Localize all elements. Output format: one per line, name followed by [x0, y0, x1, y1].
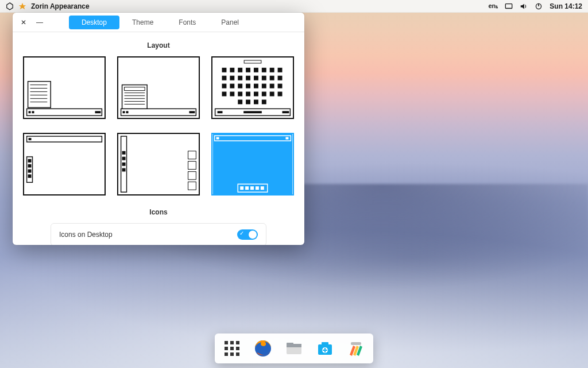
zorin-menu-icon[interactable]: [6, 2, 14, 10]
dock: [215, 334, 373, 363]
svg-rect-72: [28, 169, 32, 172]
svg-rect-6: [32, 111, 34, 113]
svg-rect-59: [238, 99, 242, 104]
icons-on-desktop-toggle[interactable]: [237, 229, 258, 240]
svg-rect-86: [285, 137, 288, 139]
svg-rect-37: [238, 76, 242, 80]
icons-on-desktop-row: Icons on Desktop: [51, 223, 266, 245]
svg-rect-88: [240, 186, 243, 190]
svg-rect-36: [230, 76, 234, 80]
section-heading-layout: Layout: [22, 41, 295, 49]
screen-icon[interactable]: [505, 2, 513, 10]
svg-rect-51: [222, 91, 227, 96]
svg-rect-97: [230, 347, 234, 350]
svg-rect-34: [278, 68, 283, 72]
svg-rect-30: [246, 68, 250, 72]
tab-label: Theme: [132, 18, 153, 26]
svg-rect-57: [270, 91, 274, 96]
svg-rect-76: [122, 157, 126, 160]
svg-rect-27: [222, 68, 227, 72]
tab-label: Fonts: [179, 18, 196, 26]
software-icon[interactable]: [314, 337, 336, 360]
svg-rect-68: [29, 138, 32, 140]
svg-rect-54: [246, 91, 250, 96]
layout-option-2[interactable]: [117, 56, 200, 119]
icons-on-desktop-label: Icons on Desktop: [59, 231, 113, 239]
svg-rect-45: [238, 84, 242, 89]
svg-rect-44: [230, 84, 234, 89]
minimize-button[interactable]: —: [33, 16, 46, 29]
clock[interactable]: Sun 14:12: [550, 2, 582, 10]
svg-rect-49: [270, 84, 274, 89]
svg-marker-0: [7, 2, 13, 9]
svg-rect-107: [322, 342, 328, 346]
tab-theme[interactable]: Theme: [119, 16, 166, 29]
keyboard-lang[interactable]: en₁: [488, 2, 498, 10]
window-content[interactable]: Layout: [13, 32, 304, 245]
svg-rect-60: [246, 99, 250, 104]
tab-label: Desktop: [82, 18, 107, 26]
top-panel: Zorin Appearance en₁ Sun 14:12: [0, 0, 588, 13]
svg-rect-71: [28, 164, 32, 168]
svg-rect-43: [222, 84, 227, 89]
svg-rect-18: [189, 111, 195, 113]
tab-panel[interactable]: Panel: [208, 16, 252, 29]
svg-rect-58: [278, 91, 283, 96]
svg-rect-46: [246, 84, 250, 89]
svg-rect-17: [126, 111, 129, 113]
svg-rect-101: [236, 352, 239, 356]
layout-option-1[interactable]: [23, 56, 106, 119]
svg-rect-100: [230, 352, 234, 356]
svg-rect-83: [213, 134, 293, 194]
svg-rect-39: [254, 76, 258, 80]
layout-option-3[interactable]: [211, 56, 294, 119]
close-button[interactable]: ✕: [17, 16, 30, 29]
svg-rect-79: [188, 151, 196, 159]
svg-rect-92: [261, 186, 264, 190]
layout-option-4[interactable]: [23, 133, 106, 195]
svg-rect-95: [236, 341, 239, 344]
svg-rect-64: [218, 111, 223, 113]
svg-rect-94: [230, 341, 234, 344]
svg-rect-38: [246, 76, 250, 80]
svg-rect-26: [244, 60, 261, 63]
svg-rect-50: [278, 84, 283, 89]
layout-grid: [22, 56, 295, 206]
svg-rect-91: [256, 186, 259, 190]
svg-rect-84: [215, 136, 291, 141]
svg-rect-67: [27, 136, 102, 142]
svg-rect-90: [250, 186, 254, 190]
power-icon[interactable]: [535, 2, 543, 10]
layout-option-6[interactable]: [211, 133, 294, 195]
files-icon[interactable]: [283, 337, 305, 360]
svg-rect-82: [188, 182, 196, 190]
window-titlebar: ✕ — Desktop Theme Fonts Panel: [13, 13, 304, 32]
firefox-icon[interactable]: [252, 337, 274, 360]
svg-rect-47: [254, 84, 258, 89]
apps-grid-icon[interactable]: [220, 337, 243, 360]
svg-rect-29: [238, 68, 242, 72]
tab-fonts[interactable]: Fonts: [166, 16, 208, 29]
layout-option-5[interactable]: [117, 133, 200, 195]
svg-rect-66: [283, 111, 289, 113]
svg-rect-65: [243, 111, 262, 113]
svg-rect-85: [216, 137, 219, 139]
svg-rect-80: [188, 162, 196, 170]
svg-rect-70: [28, 159, 32, 163]
svg-rect-16: [123, 111, 125, 113]
svg-rect-8: [28, 82, 51, 108]
svg-rect-1: [506, 3, 512, 8]
svg-rect-73: [28, 174, 32, 178]
svg-rect-61: [254, 99, 258, 104]
svg-rect-62: [262, 99, 266, 104]
volume-icon[interactable]: [520, 2, 528, 10]
svg-rect-52: [230, 91, 234, 96]
appearance-icon[interactable]: [345, 337, 368, 360]
appearance-window: ✕ — Desktop Theme Fonts Panel Layout: [13, 13, 304, 245]
tab-desktop[interactable]: Desktop: [69, 16, 119, 29]
svg-rect-48: [262, 84, 266, 89]
svg-rect-40: [262, 76, 266, 80]
svg-rect-77: [122, 163, 126, 166]
svg-rect-81: [188, 171, 196, 179]
tab-bar: Desktop Theme Fonts Panel: [69, 16, 252, 29]
